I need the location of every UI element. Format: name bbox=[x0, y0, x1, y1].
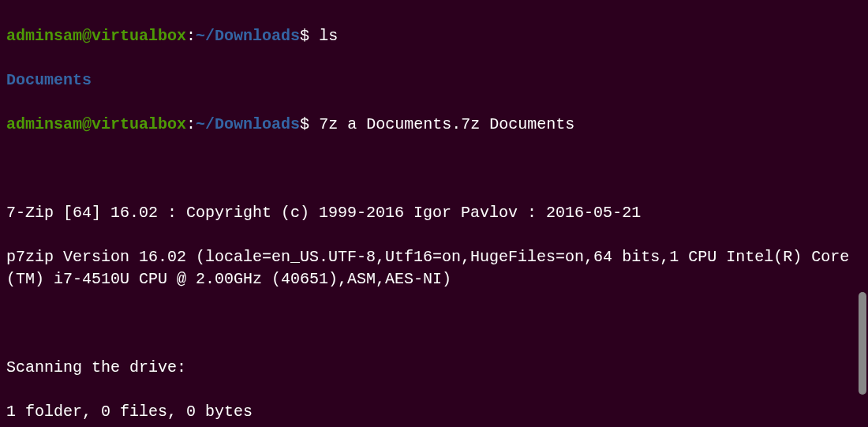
command-ls: ls bbox=[319, 27, 338, 45]
user-host: adminsam@virtualbox bbox=[6, 115, 186, 133]
scanning-label: Scanning the drive: bbox=[6, 357, 862, 379]
prompt-line-1: adminsam@virtualbox:~/Downloads$ ls bbox=[6, 25, 862, 47]
p7zip-version: p7zip Version 16.02 (locale=en_US.UTF-8,… bbox=[6, 246, 862, 290]
colon: : bbox=[186, 27, 196, 45]
prompt-line-2: adminsam@virtualbox:~/Downloads$ 7z a Do… bbox=[6, 114, 862, 136]
cwd-path: ~/Downloads bbox=[196, 27, 300, 45]
blank-line bbox=[6, 313, 862, 335]
user-host: adminsam@virtualbox bbox=[6, 27, 186, 45]
cwd-path: ~/Downloads bbox=[196, 115, 300, 133]
colon: : bbox=[186, 115, 196, 133]
blank-line bbox=[6, 158, 862, 180]
command-7z: 7z a Documents.7z Documents bbox=[319, 115, 574, 133]
scan-result: 1 folder, 0 files, 0 bytes bbox=[6, 401, 862, 423]
prompt-dollar: $ bbox=[300, 115, 309, 133]
prompt-dollar: $ bbox=[300, 27, 309, 45]
7zip-header: 7-Zip [64] 16.02 : Copyright (c) 1999-20… bbox=[6, 202, 862, 224]
scrollbar-thumb[interactable] bbox=[859, 292, 866, 395]
ls-output: Documents bbox=[6, 69, 862, 92]
terminal-output[interactable]: adminsam@virtualbox:~/Downloads$ ls Docu… bbox=[6, 3, 862, 427]
